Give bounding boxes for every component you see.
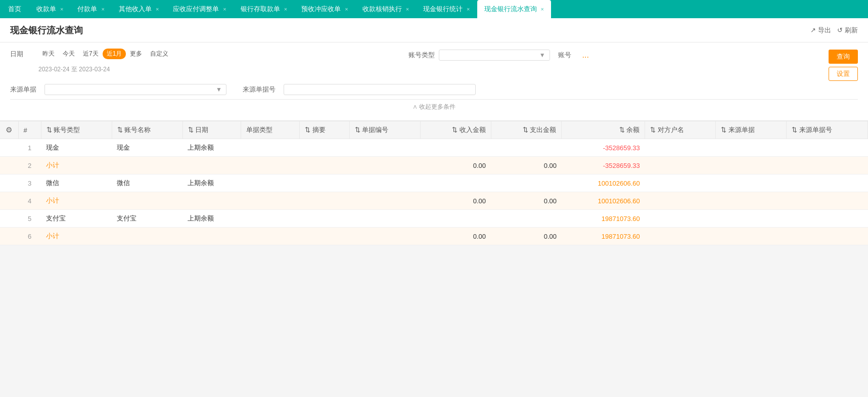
date-1month[interactable]: 近1月 [103,49,126,59]
close-icon[interactable]: × [60,0,63,18]
cell-gear [0,157,18,174]
cell-balance: 100102606.60 [562,174,645,192]
column-summary[interactable]: ⇅ 摘要 [300,121,349,139]
source-doc-no-input[interactable] [284,84,476,95]
cell-source-doc-no [787,228,868,245]
nav-tab-shoudan[interactable]: 收款单 × [29,0,70,18]
nav-tab-yinhang[interactable]: 银行存取款单 × [234,0,294,18]
column-account-name[interactable]: ⇅ 账号名称 [112,121,182,139]
cell-source-doc [716,139,787,157]
export-icon: ↗ [810,26,816,34]
cell-source-doc [716,192,787,210]
cell-counterparty [645,210,716,228]
cell-account-type: 微信 [41,174,112,192]
column-account-type[interactable]: ⇅ 账号类型 [41,121,112,139]
column-balance[interactable]: ⇅ 余额 [562,121,645,139]
column-counterparty[interactable]: ⇅ 对方户名 [645,121,716,139]
cell-index: 5 [18,210,41,228]
nav-tab-hexiao[interactable]: 收款核销执行 × [355,0,416,18]
close-icon[interactable]: × [156,0,159,18]
nav-tab-yingshou[interactable]: 应收应付调整单 × [166,0,233,18]
close-icon[interactable]: × [406,0,409,18]
cell-gear [0,228,18,245]
column-doc-no[interactable]: ⇅ 单据编号 [349,121,420,139]
chevron-down-icon: ▼ [539,52,545,59]
nav-tab-tongji[interactable]: 现金银行统计 × [416,0,477,18]
column-index: # [18,121,41,139]
cell-date [182,192,241,210]
cell-income [420,139,491,157]
account-type-section: 账号类型 ▼ [408,50,550,61]
table-body: 1 现金 现金 上期余额 -3528659.33 2 小计 0.00 0.00 … [0,139,868,245]
data-table: ⚙ # ⇅ 账号类型 ⇅ 账号名称 ⇅ 日期 单据类型 ⇅ 摘要 ⇅ 单据编号 [0,121,868,245]
date-today[interactable]: 今天 [59,49,79,59]
gear-icon[interactable]: ⚙ [6,125,12,134]
close-icon[interactable]: × [467,0,470,18]
collapse-icon: ∧ 收起更多条件 [413,103,455,110]
column-source-doc-no[interactable]: ⇅ 来源单据号 [787,121,868,139]
close-icon[interactable]: × [345,0,348,18]
cell-doc-type [241,174,300,192]
filter-area: 日期 昨天 今天 近7天 近1月 更多 自定义 2023-02-24 至 202… [0,42,868,121]
cell-index: 2 [18,157,41,174]
collapse-filters-button[interactable]: ∧ 收起更多条件 [10,99,858,114]
cell-summary [300,228,349,245]
account-type-select[interactable]: ▼ [439,50,550,61]
nav-tab-liushui[interactable]: 现金银行流水查询 × [477,0,551,18]
column-doc-type[interactable]: 单据类型 [241,121,300,139]
cell-gear [0,139,18,157]
close-icon[interactable]: × [284,0,287,18]
setting-button[interactable]: 设置 [829,67,858,81]
cell-expense [491,174,562,192]
date-custom[interactable]: 自定义 [146,49,172,59]
cell-doc-no [349,210,420,228]
refresh-button[interactable]: ↺ 刷新 [837,26,858,35]
column-expense[interactable]: ⇅ 支出金额 [491,121,562,139]
source-doc-select[interactable]: ▼ [44,84,226,95]
cell-summary [300,174,349,192]
cell-date: 上期余额 [182,210,241,228]
export-button[interactable]: ↗ 导出 [810,26,831,35]
cell-index: 4 [18,192,41,210]
cell-summary [300,210,349,228]
nav-tab-fukuan[interactable]: 付款单 × [70,0,111,18]
cell-account-type: 小计 [41,157,112,174]
cell-source-doc [716,174,787,192]
cell-doc-type [241,157,300,174]
date-yesterday[interactable]: 昨天 [38,49,59,59]
nav-home[interactable]: 首页 [0,0,29,18]
close-icon[interactable]: × [541,0,544,18]
cell-counterparty [645,228,716,245]
account-dots-button[interactable]: ... [582,51,589,60]
close-icon[interactable]: × [223,0,226,18]
cell-balance: 19871073.60 [562,228,645,245]
cell-income [420,174,491,192]
chevron-down-icon: ▼ [216,86,222,93]
table-row: 2 小计 0.00 0.00 -3528659.33 [0,157,868,174]
cell-source-doc-no [787,210,868,228]
column-source-doc[interactable]: ⇅ 来源单据 [716,121,787,139]
cell-gear [0,210,18,228]
cell-doc-no [349,139,420,157]
column-income[interactable]: ⇅ 收入金额 [420,121,491,139]
close-icon[interactable]: × [101,0,104,18]
date-more[interactable]: 更多 [126,49,146,59]
cell-date [182,157,241,174]
date-7days[interactable]: 近7天 [79,49,103,59]
cell-doc-type [241,210,300,228]
cell-income: 0.00 [420,157,491,174]
cell-counterparty [645,174,716,192]
column-gear[interactable]: ⚙ [0,121,18,139]
query-button[interactable]: 查询 [829,50,858,64]
page-header: 现金银行流水查询 ↗ 导出 ↺ 刷新 [0,18,868,42]
cell-expense: 0.00 [491,228,562,245]
cell-gear [0,174,18,192]
page-title: 现金银行流水查询 [10,24,83,36]
table-row: 6 小计 0.00 0.00 19871073.60 [0,228,868,245]
date-range-display: 2023-02-24 至 2023-03-24 [38,66,110,73]
nav-tab-yushou[interactable]: 预收冲应收单 × [294,0,355,18]
nav-tab-qita[interactable]: 其他收入单 × [112,0,166,18]
column-date[interactable]: ⇅ 日期 [182,121,241,139]
top-navigation: 首页 收款单 × 付款单 × 其他收入单 × 应收应付调整单 × 银行存取款单 … [0,0,868,18]
account-section: 账号 ... [558,51,593,60]
